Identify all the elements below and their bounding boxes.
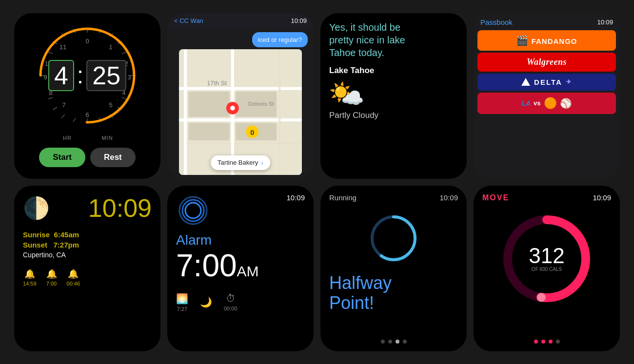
timer-hours[interactable]: 4 (48, 60, 74, 91)
svg-text:17th St: 17th St (207, 79, 227, 87)
svg-text:1: 1 (109, 43, 112, 51)
clock-alarms: 🔔 14:59 🔔 7:00 🔔 00:46 (23, 268, 152, 287)
svg-line-16 (48, 52, 53, 54)
pass-cards: 🎬 FANDANGO Walgreens DELTA ✈ LA (474, 30, 620, 179)
alarm-item-2: 🔔 7:00 (46, 268, 57, 287)
fandango-card[interactable]: 🎬 FANDANGO (477, 30, 616, 51)
alarm-clock-icon-3: 🔔 (68, 268, 79, 279)
svg-line-13 (53, 107, 58, 110)
running-header: Running 10:09 (329, 193, 458, 202)
activity-dot-2 (541, 340, 545, 344)
activity-dot-4 (556, 340, 560, 344)
running-dots (329, 340, 458, 344)
start-button[interactable]: Start (39, 148, 85, 167)
running-screen: Running 10:09 HalfwayPoint! (320, 186, 467, 351)
watch-grid: 0 1 2 3 4 5 6 7 8 9 10 11 4 : 25 (4, 3, 630, 361)
dot-4 (403, 340, 407, 344)
sunset-icon: 🌅 (176, 293, 188, 305)
alarm-item-1: 🔔 14:59 (23, 268, 37, 287)
timer-screen: 0 1 2 3 4 5 6 7 8 9 10 11 4 : 25 (14, 13, 160, 179)
activity-ring: 312 OF 600 CALS (482, 210, 611, 307)
alarm-clock-icon-1: 🔔 (24, 268, 35, 279)
dot-3 (396, 340, 399, 344)
clock-time: 10:09 (88, 193, 152, 223)
map-place-name: Tartine Bakery (218, 159, 258, 166)
min-label: MIN (89, 135, 126, 141)
svg-line-11 (73, 117, 76, 122)
alarm-footer-timer: ⏱ 00:00 (224, 293, 238, 311)
weather-icon: ☀️ ☁️ (329, 81, 368, 107)
map-container[interactable]: 17th St Oakland St Dolores St 0 Tartine … (179, 49, 302, 175)
svg-text:5: 5 (109, 101, 112, 109)
alarm-footer-time-3: 00:00 (224, 306, 238, 311)
svg-point-51 (179, 197, 207, 224)
mlb-card[interactable]: LA vs 🟠 ⚾ (477, 93, 616, 114)
clock-screen: 🌓 10:09 Sunrise 6:45am Sunset 7:27pm Cup… (14, 186, 160, 351)
mlb-vs: vs (534, 99, 540, 107)
timer-minutes[interactable]: 25 (86, 60, 126, 91)
running-circle (329, 211, 458, 265)
calories-label: OF 600 CALS (529, 267, 564, 272)
svg-line-14 (48, 97, 53, 99)
svg-rect-40 (189, 92, 230, 117)
map-tooltip[interactable]: Tartine Bakery › (211, 155, 270, 170)
alarm-big-time: 7:00AM (176, 250, 305, 281)
alarm-time-3: 00:46 (67, 281, 80, 287)
running-time: 10:09 (439, 193, 458, 202)
svg-point-48 (230, 106, 235, 111)
activity-dot-3 (549, 340, 553, 344)
weather-location: Lake Tahoe (329, 66, 458, 76)
activity-dots (482, 340, 611, 344)
svg-point-59 (544, 217, 550, 223)
delta-sublabel: ✈ (566, 78, 572, 85)
calories-number: 312 (529, 245, 564, 267)
svg-text:Dolores St: Dolores St (248, 101, 274, 107)
alarm-header-time: 10:09 (286, 193, 305, 202)
weather-condition: Partly Cloudy (329, 111, 458, 120)
dot-2 (388, 340, 392, 344)
map-arrow: › (261, 159, 263, 167)
sunset-info: Sunset 7:27pm (23, 241, 152, 249)
svg-line-6 (122, 97, 126, 99)
svg-text:7: 7 (62, 101, 65, 109)
messages-screen: < CC Wan 10:09 iced or regular? (167, 13, 314, 179)
halfway-text: HalfwayPoint! (329, 273, 458, 313)
messages-time: 10:09 (291, 17, 307, 24)
running-label: Running (329, 193, 357, 202)
mlb-team2: 🟠 (544, 97, 557, 110)
svg-rect-42 (189, 123, 230, 140)
svg-text:0: 0 (250, 128, 254, 136)
weather-screen: Yes, it should bepretty nice in lakeTaho… (320, 13, 467, 179)
timer-separator: : (77, 62, 83, 89)
delta-triangle-icon (521, 78, 530, 86)
svg-text:6: 6 (85, 111, 89, 118)
alarm-footer-time-1: 7:27 (177, 306, 187, 312)
alarm-footer-sunset: 🌅 7:27 (176, 293, 188, 312)
activity-move-label: MOVE (482, 193, 509, 202)
message-bubble: iced or regular? (252, 32, 308, 47)
messages-header: < CC Wan 10:09 (167, 13, 314, 28)
svg-line-4 (122, 52, 126, 54)
alarm-rings-icon (176, 193, 210, 228)
alarm-header: 10:09 (176, 193, 305, 228)
delta-card[interactable]: DELTA ✈ (477, 74, 616, 91)
crescent-moon-icon: 🌙 (200, 296, 212, 308)
activity-header: MOVE 10:09 (482, 193, 611, 202)
walgreens-card[interactable]: Walgreens (477, 53, 616, 72)
alarm-clock-icon-2: 🔔 (46, 268, 57, 279)
alarm-time-1: 14:59 (23, 281, 37, 287)
svg-text:11: 11 (59, 43, 66, 51)
back-button[interactable]: < CC Wan (174, 17, 203, 24)
alarm-time-2: 7:00 (46, 281, 57, 287)
svg-point-53 (185, 203, 201, 218)
rest-button[interactable]: Rest (90, 148, 136, 167)
dot-1 (381, 340, 385, 344)
walgreens-label: Walgreens (527, 57, 567, 67)
svg-text:0: 0 (85, 38, 89, 45)
alarm-footer: 🌅 7:27 🌙 ⏱ 00:00 (176, 293, 305, 312)
activity-calories: 312 OF 600 CALS (529, 245, 564, 272)
fandango-label: FANDANGO (532, 37, 577, 45)
moon-icon: 🌓 (23, 195, 50, 221)
sunrise-info: Sunrise 6:45am (23, 230, 152, 239)
weather-message: Yes, it should bepretty nice in lakeTaho… (329, 21, 458, 59)
